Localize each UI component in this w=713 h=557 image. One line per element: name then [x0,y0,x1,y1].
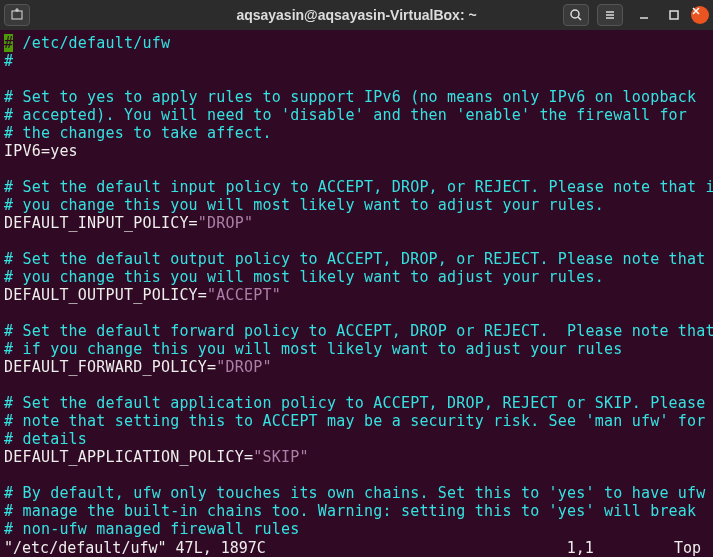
search-button[interactable] [563,4,589,26]
editor-line: DEFAULT_APPLICATION_POLICY="SKIP" [4,448,709,466]
minimize-button[interactable] [631,4,657,26]
editor-line: IPV6=yes [4,142,709,160]
editor-line: # you change this you will most likely w… [4,268,709,286]
terminal-content[interactable]: # /etc/default/ufw# # Set to yes to appl… [0,30,713,542]
editor-line: # manage the built-in chains too. Warnin… [4,502,709,520]
window-title: aqsayasin@aqsayasin-VirtualBox: ~ [236,7,476,23]
svg-line-4 [578,17,581,20]
editor-line: DEFAULT_INPUT_POLICY="DROP" [4,214,709,232]
window-titlebar: aqsayasin@aqsayasin-VirtualBox: ~ [0,0,713,30]
svg-rect-9 [670,11,678,19]
editor-line: # the changes to take affect. [4,124,709,142]
vim-status-line: "/etc/default/ufw" 47L, 1897C 1,1 Top [0,539,713,557]
status-position: 1,1 [567,539,594,557]
editor-line: # [4,52,709,70]
editor-line: # By default, ufw only touches its own c… [4,484,709,502]
titlebar-left [4,4,34,26]
titlebar-right [563,4,709,26]
editor-line: # Set the default forward policy to ACCE… [4,322,709,340]
editor-line [4,376,709,394]
editor-line: # Set the default application policy to … [4,394,709,412]
editor-line [4,466,709,484]
editor-line: # non-ufw managed firewall rules [4,520,709,538]
svg-rect-0 [12,11,22,19]
editor-line: # note that setting this to ACCEPT may b… [4,412,709,430]
svg-point-3 [571,10,579,18]
editor-line: # if you change this you will most likel… [4,340,709,358]
editor-line [4,160,709,178]
editor-line [4,70,709,88]
editor-line: # Set the default input policy to ACCEPT… [4,178,709,196]
close-button[interactable] [691,6,709,24]
status-file: "/etc/default/ufw" 47L, 1897C [4,539,266,557]
editor-line: # accepted). You will need to 'disable' … [4,106,709,124]
editor-line: DEFAULT_FORWARD_POLICY="DROP" [4,358,709,376]
menu-button[interactable] [597,4,623,26]
editor-line: # you change this you will most likely w… [4,196,709,214]
editor-line: DEFAULT_OUTPUT_POLICY="ACCEPT" [4,286,709,304]
editor-line: # details [4,430,709,448]
editor-line: # /etc/default/ufw [4,34,709,52]
editor-line: # Set to yes to apply rules to support I… [4,88,709,106]
editor-line [4,304,709,322]
status-scroll: Top [674,539,701,557]
new-tab-button[interactable] [4,4,30,26]
maximize-button[interactable] [661,4,687,26]
editor-line: # Set the default output policy to ACCEP… [4,250,709,268]
editor-line [4,232,709,250]
